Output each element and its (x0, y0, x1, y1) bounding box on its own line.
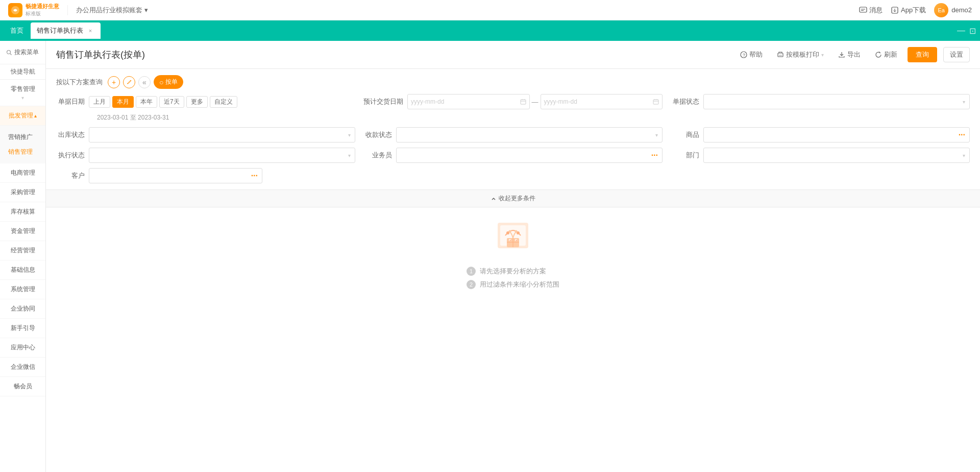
logo-area: 畅捷通好生意 标准版 (8, 3, 59, 17)
page-header: 销售订单执行表(按单) ? 帮助 (46, 41, 980, 69)
search-btn[interactable]: 查询 (908, 47, 937, 62)
goods-more-btn[interactable]: ··· (959, 130, 965, 139)
sidebar-item-wholesale[interactable]: 批发管理 ▴ (0, 106, 45, 126)
date-custom-btn[interactable]: 自定义 (210, 96, 237, 108)
filter-cell-out-status: 出库状态 ▾ (56, 127, 355, 143)
message-btn[interactable]: 消息 (859, 6, 883, 15)
sidebar-item-enterprise[interactable]: 企业协同 (0, 299, 45, 319)
filter-cell-date: 单据日期 上月 本月 本年 近7天 更多 自定义 (56, 94, 355, 109)
refresh-icon (875, 51, 882, 58)
sidebar-item-operations[interactable]: 经营管理 (0, 241, 45, 261)
sidebar-item-member[interactable]: 畅会员 (0, 377, 45, 396)
expected-date-label: 预计交货日期 (363, 97, 403, 106)
empty-state: 1 请先选择要分析的方案 2 用过滤条件来缩小分析范围 (46, 207, 980, 289)
salesperson-more-btn[interactable]: ··· (651, 151, 658, 160)
collapse-icon (491, 196, 497, 202)
collapse-bar[interactable]: 收起更多条件 (46, 190, 980, 207)
empty-tips: 1 请先选择要分析的方案 2 用过滤条件来缩小分析范围 (467, 267, 559, 289)
sidebar-item-sales-mgmt[interactable]: 销售管理 (2, 145, 43, 159)
customer-label: 客户 (56, 171, 85, 180)
settings-btn[interactable]: 设置 (943, 47, 970, 62)
sidebar-item-retail[interactable]: 零售管理 ▾ (0, 80, 45, 106)
filter-cell-expected-date: 预计交货日期 yyyy-mm-dd — yyyy-mm-dd (363, 94, 663, 109)
download-icon (891, 6, 899, 14)
filter-grid-row1: 单据日期 上月 本月 本年 近7天 更多 自定义 预计交货日期 (56, 94, 970, 109)
dept-label: 部门 (671, 151, 699, 160)
user-menu[interactable]: Ea demo2 (934, 3, 972, 17)
svg-rect-9 (653, 100, 658, 104)
doc-status-select[interactable]: ▾ (703, 94, 970, 109)
header-left: 畅捷通好生意 标准版 办公用品行业模拟账套 ▾ (8, 3, 148, 17)
user-avatar: Ea (934, 3, 948, 17)
filter-cell-collect-status: 收款状态 ▾ (363, 127, 663, 143)
sidebar-item-basic-info[interactable]: 基础信息 (0, 261, 45, 280)
page-title-row: 销售订单执行表(按单) ? 帮助 (56, 47, 970, 62)
sidebar-item-guide[interactable]: 新手引导 (0, 319, 45, 338)
plan-add-btn[interactable]: + (108, 76, 120, 88)
date-prev-month-btn[interactable]: 上月 (89, 96, 110, 108)
main-layout: 搜索菜单 快捷导航 零售管理 ▾ 批发管理 ▴ 营销推广 销售管理 电商管理 采 (0, 41, 980, 472)
tab-maximize-btn[interactable]: ⊡ (969, 26, 976, 36)
salesperson-select[interactable]: ··· (396, 148, 663, 163)
sidebar-item-ecommerce[interactable]: 电商管理 (0, 163, 45, 183)
print-icon (777, 51, 784, 58)
sidebar-quick-nav[interactable]: 快捷导航 (0, 64, 45, 80)
date-control: 上月 本月 本年 近7天 更多 自定义 (89, 96, 355, 108)
dept-select[interactable]: ▾ (703, 148, 970, 163)
calendar-icon (520, 99, 526, 105)
sidebar-item-app-center[interactable]: 应用中心 (0, 338, 45, 358)
exec-status-select[interactable]: ▾ (89, 148, 355, 163)
expected-date-start[interactable]: yyyy-mm-dd (407, 94, 530, 109)
customer-more-btn[interactable]: ··· (251, 171, 258, 180)
tab-sales-order[interactable]: 销售订单执行表 × (31, 22, 101, 39)
tip-num-1: 1 (467, 267, 476, 276)
sidebar-item-purchase[interactable]: 采购管理 (0, 183, 45, 202)
filter-cell-doc-status: 单据状态 ▾ (671, 94, 970, 109)
export-btn[interactable]: 导出 (834, 48, 865, 61)
sidebar-item-weixin[interactable]: 企业微信 (0, 358, 45, 377)
filter-row-customer: 客户 ··· (56, 168, 970, 183)
sidebar-item-marketing[interactable]: 营销推广 (2, 130, 43, 145)
plan-edit-btn[interactable] (123, 76, 135, 88)
plan-collapse-btn[interactable]: « (138, 76, 151, 88)
tab-close-btn[interactable]: × (86, 27, 94, 35)
sidebar-item-inventory[interactable]: 库存核算 (0, 202, 45, 222)
expected-date-end[interactable]: yyyy-mm-dd (541, 94, 663, 109)
refresh-btn[interactable]: 刷新 (871, 48, 901, 61)
out-status-label: 出库状态 (56, 130, 85, 139)
dept-arrow: ▾ (963, 153, 965, 158)
svg-rect-1 (860, 7, 867, 12)
out-status-arrow: ▾ (348, 132, 351, 138)
collect-status-label: 收款状态 (363, 130, 392, 139)
date-label: 单据日期 (56, 97, 85, 106)
svg-point-18 (516, 240, 517, 241)
plan-item-by-order[interactable]: ○ 按单 (154, 75, 183, 89)
goods-select[interactable]: ··· (703, 127, 970, 143)
tab-home[interactable]: 首页 (4, 22, 30, 39)
tab-minimize-btn[interactable]: — (957, 26, 965, 36)
help-icon: ? (740, 51, 747, 58)
logo-icon (8, 3, 22, 17)
out-status-select[interactable]: ▾ (89, 127, 355, 143)
svg-point-19 (509, 230, 511, 233)
sidebar-item-finance[interactable]: 资金管理 (0, 222, 45, 241)
print-btn[interactable]: 按模板打印 ▾ (773, 48, 828, 61)
plan-label: 按以下方案查询 (56, 78, 103, 87)
date-7days-btn[interactable]: 近7天 (159, 96, 184, 108)
sidebar: 搜索菜单 快捷导航 零售管理 ▾ 批发管理 ▴ 营销推广 销售管理 电商管理 采 (0, 41, 46, 472)
sidebar-item-system[interactable]: 系统管理 (0, 280, 45, 299)
page-title: 销售订单执行表(按单) (56, 49, 145, 61)
industry-selector[interactable]: 办公用品行业模拟账套 ▾ (76, 6, 148, 15)
date-more-btn[interactable]: 更多 (186, 96, 208, 108)
doc-status-arrow: ▾ (963, 99, 965, 105)
svg-rect-8 (521, 100, 526, 104)
filter-area: 按以下方案查询 + « ○ 按单 (46, 69, 980, 190)
help-btn[interactable]: ? 帮助 (736, 48, 767, 61)
page-actions: ? 帮助 按模板打印 ▾ (736, 47, 970, 62)
customer-select[interactable]: ··· (89, 168, 262, 183)
collect-status-select[interactable]: ▾ (396, 127, 663, 143)
date-this-year-btn[interactable]: 本年 (136, 96, 157, 108)
search-menu-btn[interactable]: 搜索菜单 (4, 45, 41, 60)
date-this-month-btn[interactable]: 本月 (112, 96, 134, 108)
app-download-btn[interactable]: App下载 (891, 6, 926, 15)
